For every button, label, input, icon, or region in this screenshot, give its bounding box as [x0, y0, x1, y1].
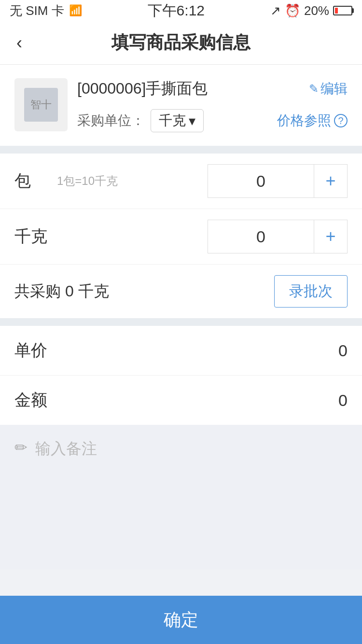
section-divider-1 — [0, 146, 362, 154]
kg-label: 千克 — [14, 225, 53, 248]
battery-percent: 20% — [304, 3, 329, 18]
status-left: 无 SIM 卡 📶 — [10, 2, 82, 19]
alarm-icon: ⏰ — [285, 3, 300, 18]
remark-placeholder: 输入备注 — [35, 438, 97, 460]
unit-price-label: 单价 — [14, 339, 47, 362]
pencil-icon: ✏ — [14, 438, 28, 457]
wifi-icon: 📶 — [69, 4, 82, 17]
info-icon: ? — [334, 114, 348, 127]
status-time: 下午6:12 — [148, 1, 205, 21]
unit-value: 千克 — [159, 112, 186, 130]
remark-section[interactable]: ✏ 输入备注 — [0, 425, 362, 570]
battery-tip — [352, 8, 354, 13]
product-name-row: [0000006]手撕面包 ✎ 编辑 — [77, 78, 348, 99]
status-bar: 无 SIM 卡 📶 下午6:12 ↗ ⏰ 20% — [0, 0, 362, 21]
kg-input[interactable] — [208, 220, 314, 253]
product-image: 智十 — [14, 78, 68, 131]
bao-input[interactable] — [208, 164, 314, 198]
sim-label: 无 SIM 卡 — [10, 2, 64, 19]
page-title: 填写商品采购信息 — [111, 31, 251, 55]
summary-text: 共采购 0 千克 — [14, 281, 109, 302]
kg-input-row: 千克 + — [0, 209, 362, 265]
bao-input-row: 包 1包=10千克 + — [0, 154, 362, 209]
summary-row: 共采购 0 千克 录批次 — [0, 265, 362, 318]
price-section: 单价 0 金额 0 — [0, 326, 362, 425]
status-right: ↗ ⏰ 20% — [270, 3, 352, 18]
bao-input-right: + — [208, 164, 348, 198]
bao-label: 包 — [14, 170, 53, 192]
product-unit-row: 采购单位： 千克 ▾ 价格参照 ? — [77, 109, 348, 132]
bao-sublabel: 1包=10千克 — [57, 173, 208, 189]
edit-icon: ✎ — [309, 82, 319, 96]
product-logo-text: 智十 — [30, 98, 52, 112]
price-ref-button[interactable]: 价格参照 ? — [277, 112, 348, 130]
bottom-bar: 确定 — [0, 596, 362, 644]
unit-select[interactable]: 千克 ▾ — [151, 109, 204, 132]
unit-price-row: 单价 0 — [0, 326, 362, 376]
price-ref-label: 价格参照 — [277, 112, 331, 130]
product-thumbnail: 智十 — [24, 88, 58, 122]
battery-icon — [333, 6, 352, 15]
kg-input-right: + — [208, 220, 348, 253]
amount-label: 金额 — [14, 389, 47, 411]
unit-label: 采购单位： — [77, 112, 145, 130]
edit-label: 编辑 — [320, 80, 348, 98]
unit-price-value: 0 — [338, 341, 348, 360]
edit-button[interactable]: ✎ 编辑 — [309, 80, 348, 98]
dropdown-icon: ▾ — [189, 113, 195, 129]
amount-row: 金额 0 — [0, 376, 362, 425]
batch-button[interactable]: 录批次 — [274, 275, 348, 308]
confirm-button[interactable]: 确定 — [0, 596, 362, 644]
amount-value: 0 — [338, 391, 348, 410]
input-section: 包 1包=10千克 + 千克 + — [0, 154, 362, 265]
nav-bar: ‹ 填写商品采购信息 — [0, 21, 362, 65]
product-name: [0000006]手撕面包 — [77, 78, 208, 99]
back-button[interactable]: ‹ — [12, 28, 27, 58]
product-info: [0000006]手撕面包 ✎ 编辑 采购单位： 千克 ▾ 价格参照 ? — [77, 78, 348, 132]
product-card: 智十 [0000006]手撕面包 ✎ 编辑 采购单位： 千克 ▾ 价格参照 ? — [0, 65, 362, 146]
battery-fill — [335, 8, 338, 14]
section-divider-2 — [0, 318, 362, 326]
kg-plus-button[interactable]: + — [314, 220, 348, 253]
bao-plus-button[interactable]: + — [314, 164, 348, 198]
location-icon: ↗ — [270, 3, 281, 18]
